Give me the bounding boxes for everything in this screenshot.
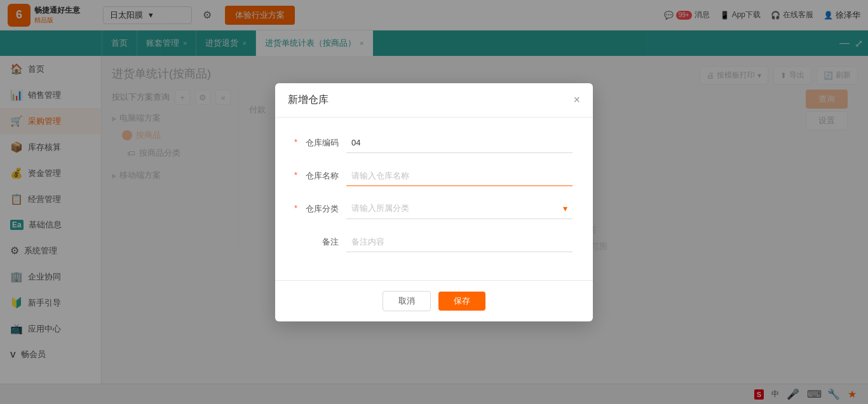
modal-overlay: 新增仓库 × 仓库编码 仓库名称 仓库分类 请输入所属分类 ▾ xyxy=(0,0,868,404)
warehouse-code-field: 仓库编码 xyxy=(295,133,573,153)
modal-body: 仓库编码 仓库名称 仓库分类 请输入所属分类 ▾ 备注 xyxy=(275,118,593,280)
remark-label: 备注 xyxy=(295,236,346,248)
remark-input[interactable] xyxy=(346,232,573,252)
warehouse-name-label: 仓库名称 xyxy=(295,170,346,182)
category-dropdown-icon: ▾ xyxy=(563,203,567,213)
warehouse-code-label: 仓库编码 xyxy=(295,137,346,149)
new-warehouse-modal: 新增仓库 × 仓库编码 仓库名称 仓库分类 请输入所属分类 ▾ xyxy=(275,83,593,321)
modal-footer: 取消 保存 xyxy=(275,280,593,321)
warehouse-code-input[interactable] xyxy=(346,133,573,153)
warehouse-category-placeholder: 请输入所属分类 xyxy=(351,203,563,214)
warehouse-category-select[interactable]: 请输入所属分类 ▾ xyxy=(346,199,573,219)
remark-field: 备注 xyxy=(295,232,573,252)
cancel-button[interactable]: 取消 xyxy=(383,291,431,311)
modal-title: 新增仓库 xyxy=(288,93,329,107)
warehouse-category-field: 仓库分类 请输入所属分类 ▾ xyxy=(295,199,573,219)
save-button[interactable]: 保存 xyxy=(438,292,485,311)
warehouse-category-label: 仓库分类 xyxy=(295,203,346,215)
modal-close-button[interactable]: × xyxy=(573,93,580,107)
warehouse-name-input[interactable] xyxy=(346,166,573,186)
modal-header: 新增仓库 × xyxy=(275,83,593,118)
warehouse-name-field: 仓库名称 xyxy=(295,166,573,186)
